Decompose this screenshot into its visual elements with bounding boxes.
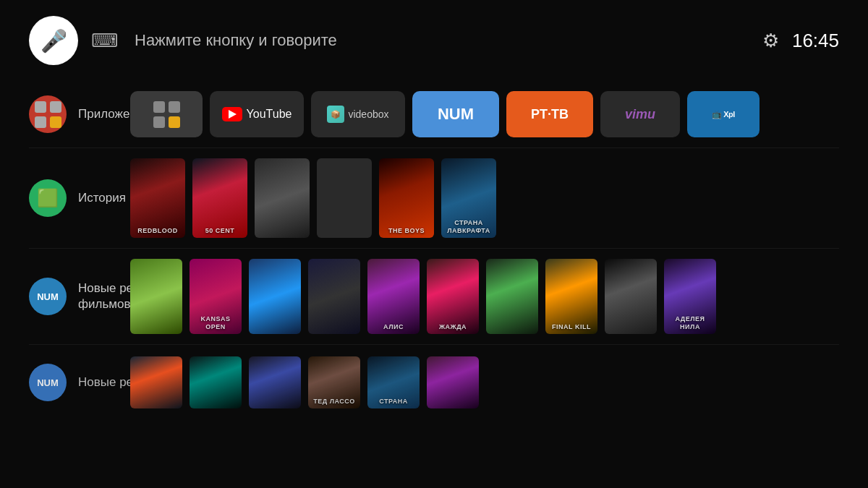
vimu-tile[interactable]: vimu <box>600 91 680 137</box>
num-icon-text: NUM <box>37 291 59 302</box>
history-poster-1-label: Redblood <box>130 227 185 235</box>
pttv-label: PT·TB <box>531 107 569 122</box>
movie-poster-1[interactable] <box>130 259 182 334</box>
movie-poster-2-label: KANSAS OPEN <box>190 315 242 331</box>
history-poster-2[interactable]: 50 cent <box>192 158 247 238</box>
movie-poster-2[interactable]: KANSAS OPEN <box>190 259 242 334</box>
history-icon-area: 🟩 История <box>0 179 130 217</box>
history-scroll: Redblood 50 cent THE BOYS СТРАНА ЛАВКРАФ… <box>130 158 868 238</box>
movie-poster-8[interactable]: FINAL KILL <box>545 259 597 334</box>
bottom-icon-area: NUM Новые релизы <box>0 364 130 401</box>
history-section-icon[interactable]: 🟩 <box>29 179 67 217</box>
num-label: NUM <box>438 105 474 124</box>
new-movies-section: NUM Новые релизыфильмов KANSAS OPEN АЛИС… <box>0 249 868 344</box>
clock: 16:45 <box>792 30 839 52</box>
videobox-tile[interactable]: 📦 videobox <box>311 91 405 137</box>
movie-poster-10-label: АДЕЛЕЯ НИЛА <box>664 315 716 331</box>
bottom-poster-5[interactable]: СТРАНА <box>367 356 420 408</box>
header: 🎤 ⌨ Нажмите кнопку и говорите ⚙ 16:45 <box>0 0 868 81</box>
mic-button[interactable]: 🎤 <box>29 16 78 65</box>
history-poster-6-label: СТРАНА ЛАВКРАФТА <box>441 219 496 235</box>
history-poster-6[interactable]: СТРАНА ЛАВКРАФТА <box>441 158 496 238</box>
bottom-section-icon[interactable]: NUM <box>29 364 67 401</box>
xplay-tile[interactable]: 📺 Xpl <box>687 91 760 137</box>
new-movies-section-icon[interactable]: NUM <box>29 278 67 315</box>
new-movies-scroll: KANSAS OPEN АЛИС ЖАЖДА FINAL KILL АДЕЛЕЯ… <box>130 259 868 334</box>
youtube-tile[interactable]: YouTube <box>210 91 304 137</box>
history-poster-5[interactable]: THE BOYS <box>379 158 434 238</box>
history-section: 🟩 История Redblood 50 cent THE BOYS СТРА… <box>0 148 868 248</box>
search-hint: Нажмите кнопку и говорите <box>135 31 749 50</box>
pttv-tile[interactable]: PT·TB <box>506 91 593 137</box>
movie-poster-5-label: АЛИС <box>367 323 420 331</box>
movie-poster-10[interactable]: АДЕЛЕЯ НИЛА <box>664 259 716 334</box>
youtube-icon <box>222 107 242 121</box>
bottom-poster-5-label: СТРАНА <box>367 398 420 406</box>
movie-poster-5[interactable]: АЛИС <box>367 259 420 334</box>
history-section-label: История <box>78 190 126 206</box>
bottom-poster-4-label: ТЕД ЛАССО <box>308 398 360 406</box>
all-apps-grid-icon <box>153 101 180 128</box>
apps-scroll: YouTube 📦 videobox NUM PT·TB vimu 📺 Xpl <box>130 91 868 137</box>
history-poster-3[interactable] <box>255 158 310 238</box>
bottom-scroll: ТЕД ЛАССО СТРАНА <box>130 356 868 408</box>
videobox-logo: 📦 videobox <box>327 106 388 123</box>
bottom-poster-3[interactable] <box>249 356 301 408</box>
youtube-logo: YouTube <box>222 107 292 121</box>
bottom-section: NUM Новые релизы ТЕД ЛАССО СТРАНА <box>0 346 868 419</box>
settings-icon[interactable]: ⚙ <box>762 30 779 52</box>
history-poster-1[interactable]: Redblood <box>130 158 185 238</box>
apps-section: Приложения YouTube 📦 videobox <box>0 81 868 147</box>
videobox-label: videobox <box>348 108 388 120</box>
all-apps-tile[interactable] <box>130 91 203 137</box>
header-right: ⚙ 16:45 <box>762 30 839 52</box>
xplay-label: 📺 Xpl <box>712 110 735 119</box>
apps-grid-icon <box>35 101 61 128</box>
vimu-label: vimu <box>625 107 655 122</box>
movie-poster-7[interactable] <box>486 259 538 334</box>
history-poster-5-label: THE BOYS <box>379 227 434 235</box>
mic-icon: 🎤 <box>41 28 67 53</box>
num-tile[interactable]: NUM <box>412 91 499 137</box>
keyboard-icon[interactable]: ⌨ <box>91 30 119 52</box>
movie-poster-6[interactable]: ЖАЖДА <box>427 259 479 334</box>
divider-3 <box>29 344 839 345</box>
bottom-poster-2[interactable] <box>190 356 242 408</box>
videobox-icon: 📦 <box>327 106 344 123</box>
youtube-play-icon <box>229 110 237 119</box>
apps-section-icon[interactable] <box>29 95 67 133</box>
history-poster-2-label: 50 cent <box>192 227 247 235</box>
movie-poster-4[interactable] <box>308 259 360 334</box>
history-poster-4[interactable] <box>317 158 372 238</box>
bottom-num-text: NUM <box>37 377 59 388</box>
movie-poster-3[interactable] <box>249 259 301 334</box>
apps-section-icon-area: Приложения <box>0 95 130 133</box>
bottom-poster-6[interactable] <box>427 356 479 408</box>
movie-poster-8-label: FINAL KILL <box>545 323 597 331</box>
movie-poster-9[interactable] <box>605 259 657 334</box>
bottom-poster-4[interactable]: ТЕД ЛАССО <box>308 356 360 408</box>
new-movies-icon-area: NUM Новые релизыфильмов <box>0 278 130 315</box>
youtube-label: YouTube <box>247 108 292 121</box>
movie-poster-6-label: ЖАЖДА <box>427 323 479 331</box>
bottom-poster-1[interactable] <box>130 356 182 408</box>
